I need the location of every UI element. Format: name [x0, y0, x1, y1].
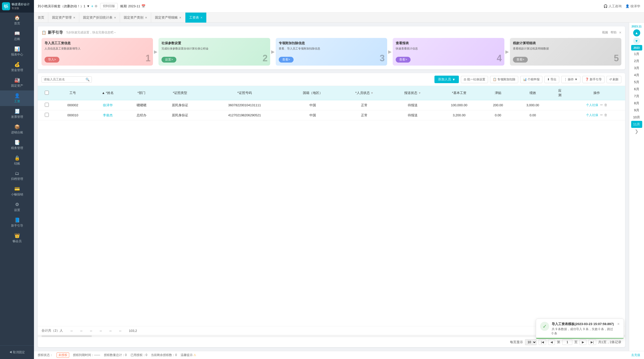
toast-close-btn[interactable]: × — [617, 322, 620, 326]
operations-btn[interactable]: ⋮ 操作 ▼ — [561, 76, 580, 83]
sidebar-item-inventory[interactable]: 📦 进销台账 — [0, 122, 34, 137]
sidebar-item-fund[interactable]: 💰 资金管理 — [0, 59, 34, 75]
sidebar-item-reports[interactable]: 📊 报表中心 — [0, 44, 34, 59]
add-person-btn[interactable]: 添加人员 ▼ — [434, 76, 459, 83]
search-input[interactable] — [44, 78, 84, 81]
col-should: 应测 — [552, 86, 568, 100]
video-link[interactable]: 视频 — [602, 30, 608, 35]
last-page-btn[interactable]: ▶| — [588, 339, 596, 345]
sidebar-item-vip[interactable]: 👑 畅会员 — [0, 230, 34, 246]
report-filter-icon[interactable]: ▼ — [418, 91, 421, 94]
cal-month-2[interactable]: 2月 — [631, 58, 642, 65]
select-all-checkbox[interactable] — [45, 91, 49, 95]
cal-expand-btn[interactable]: ❯ — [635, 128, 638, 135]
intro-close-btn[interactable]: × — [619, 30, 621, 35]
refresh-btn[interactable]: ↺ 刷新 — [607, 76, 621, 83]
toast-progress-bar — [536, 338, 624, 339]
calendar-down-btn[interactable]: ▼ — [633, 37, 640, 44]
col-name[interactable]: ▲ *姓名 — [90, 86, 126, 100]
horizontal-scrollbar[interactable] — [42, 335, 92, 337]
step-1-btn[interactable]: 导入> — [45, 57, 59, 63]
add-account-btn[interactable]: + — [91, 4, 93, 9]
tab-depreciation[interactable]: 固定资产折旧统计表 × — [79, 13, 120, 23]
guide-circle-icon: ❓ — [585, 78, 589, 81]
ai-consult-btn[interactable]: 🎧 人工咨询 — [603, 4, 622, 9]
special-deduction-btn[interactable]: 📋 专项附加扣除 — [490, 76, 518, 83]
col-report-status[interactable]: 报送状态 ▼ — [389, 86, 436, 100]
first-page-btn[interactable]: |◀ — [539, 339, 546, 345]
sidebar-item-close[interactable]: 🔒 结账 — [0, 153, 34, 168]
tab-asset-detail[interactable]: 固定资产明细账 × — [151, 13, 185, 23]
step-2-btn[interactable]: 设置> — [162, 57, 176, 63]
sidebar-item-guide[interactable]: 📘 新手引导 — [0, 215, 34, 230]
new-guide-btn[interactable]: ❓ 新手引导 — [582, 76, 605, 83]
app-logo: 畅 畅捷通好会计 专业版 — [0, 0, 34, 13]
cal-month-7[interactable]: 7月 — [631, 93, 642, 100]
switch-version-btn[interactable]: 切到旧版 — [100, 3, 118, 9]
recharge-link[interactable]: 去充值 — [631, 353, 640, 357]
tab-fixed-assets[interactable]: 固定资产管理 × — [48, 13, 79, 23]
status-filter-icon[interactable]: ▼ — [371, 91, 373, 94]
sidebar-item-home[interactable]: 🏠 首页 — [0, 13, 34, 28]
sidebar-item-ledger[interactable]: 📖 总账 — [0, 28, 34, 44]
col-status[interactable]: *人员状态 ▼ — [339, 86, 389, 100]
row2-personal-social[interactable]: 个人社保 — [586, 113, 598, 117]
cal-month-4[interactable]: 4月 — [631, 72, 642, 79]
cal-month-9[interactable]: 9月 — [631, 107, 642, 114]
user-info[interactable]: 👤 徐泽华 — [625, 4, 640, 9]
tab-salary-close[interactable]: × — [200, 16, 203, 20]
row1-dept: 嗯嗯嗯 — [126, 100, 157, 110]
sidebar-item-asset[interactable]: 🏭 固定资产 — [0, 75, 34, 90]
personal-tax-btn[interactable]: 📊 个税申报 — [520, 76, 542, 83]
help-link[interactable]: 帮助 — [611, 30, 617, 35]
calendar-icon[interactable]: 📅 — [141, 4, 145, 8]
ai-label: 人工咨询 — [609, 4, 622, 9]
next-page-btn[interactable]: ▶ — [580, 339, 586, 345]
unpin-button[interactable]: ◀ 取消固定 — [3, 348, 31, 356]
step-5-btn[interactable]: 查看> — [513, 57, 528, 63]
cal-month-6[interactable]: 6月 — [631, 86, 642, 93]
social-security-btn[interactable]: ⚖ 统一社保设置 — [461, 76, 488, 83]
tab-depreciation-close[interactable]: × — [114, 16, 116, 20]
row2-name-link[interactable]: 李俊杰 — [103, 113, 113, 117]
tab-salary[interactable]: 工资表 × — [185, 13, 207, 23]
row2-checkbox[interactable] — [45, 113, 49, 117]
cal-month-11[interactable]: 11月 — [631, 121, 642, 128]
dropdown-icon[interactable]: ▼ — [87, 4, 90, 8]
search-icon[interactable]: 🔍 — [86, 78, 90, 81]
settings-btn[interactable]: ⚙ — [95, 4, 98, 8]
tab-asset-category-close[interactable]: × — [145, 16, 147, 20]
sidebar-item-expense[interactable]: 💳 小畅报销 — [0, 184, 34, 199]
tab-fixed-assets-close[interactable]: × — [73, 16, 75, 20]
row2-delete-icon[interactable]: 🗑 — [604, 113, 607, 117]
row1-personal-social[interactable]: 个人社保 — [586, 103, 598, 107]
tab-home[interactable]: 首页 — [34, 13, 48, 23]
page-number-input[interactable] — [562, 339, 572, 345]
cal-month-3[interactable]: 3月 — [631, 65, 642, 72]
col-empid[interactable]: 工号 — [56, 86, 90, 100]
sidebar-item-archive[interactable]: 🗂 归档管理 — [0, 168, 34, 184]
cal-month-5[interactable]: 5月 — [631, 79, 642, 86]
step-5-title: 税款计算明细表 — [513, 41, 618, 45]
cal-month-8[interactable]: 8月 — [631, 100, 642, 107]
tab-asset-category[interactable]: 固定资产类别 × — [120, 13, 151, 23]
sidebar-item-salary[interactable]: 👤 工资 — [0, 90, 34, 106]
step-4-btn[interactable]: 查看> — [396, 57, 411, 63]
row1-checkbox[interactable] — [45, 103, 49, 107]
step-3: 专项附加扣除信息 查看、导入员工专项附加扣除信息 查看> 3 — [276, 38, 387, 66]
sidebar-item-settings[interactable]: ⚙ 设置 — [0, 199, 34, 215]
step-3-btn[interactable]: 查看> — [279, 57, 294, 63]
export-btn[interactable]: ⬇ 导出 — [544, 76, 559, 83]
cal-month-10[interactable]: 10月 — [631, 114, 642, 121]
per-page-select[interactable]: 10 20 50 — [525, 339, 537, 345]
row1-delete-icon[interactable]: 🗑 — [604, 103, 607, 107]
sidebar-item-invoice[interactable]: 🧾 发票管理 — [0, 106, 34, 122]
row1-edit-icon[interactable]: ✏ — [600, 103, 603, 107]
row1-name-link[interactable]: 徐泽华 — [103, 103, 113, 107]
prev-page-btn[interactable]: ◀ — [548, 339, 555, 345]
calendar-up-btn[interactable]: ▲ — [633, 29, 640, 36]
cal-month-1[interactable]: 1月 — [631, 50, 642, 58]
sidebar-item-tax[interactable]: 📑 税务管理 — [0, 137, 34, 153]
row2-edit-icon[interactable]: ✏ — [600, 113, 603, 117]
tab-asset-detail-close[interactable]: × — [179, 16, 181, 20]
